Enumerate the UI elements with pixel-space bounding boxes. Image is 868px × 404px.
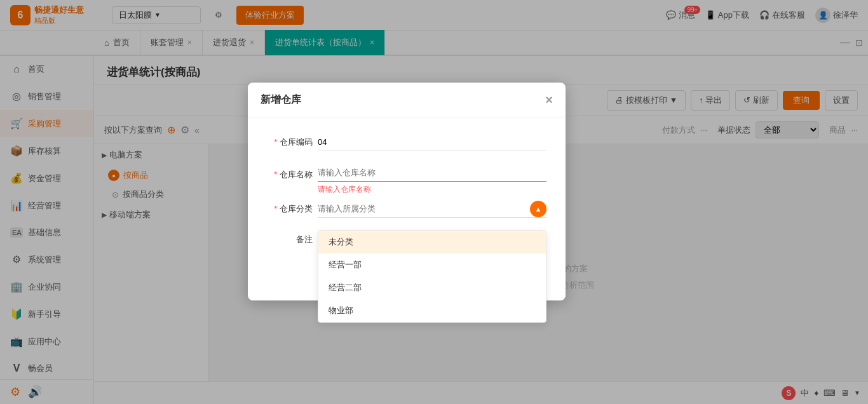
chevron-up-icon: ▲ bbox=[535, 205, 542, 213]
dropdown-item-dept1[interactable]: 经营一部 bbox=[318, 253, 546, 276]
dropdown-item-dept2[interactable]: 经营二部 bbox=[318, 276, 546, 299]
name-label: * 仓库名称 bbox=[267, 164, 318, 180]
category-dropdown: 未分类 经营一部 经营二部 物业部 bbox=[318, 230, 546, 323]
dropdown-item-property[interactable]: 物业部 bbox=[318, 299, 546, 322]
dialog-header: 新增仓库 × bbox=[248, 83, 566, 118]
dropdown-item-uncategorized[interactable]: 未分类 bbox=[318, 231, 546, 253]
code-label: * 仓库编码 bbox=[267, 137, 318, 148]
dialog-title: 新增仓库 bbox=[261, 93, 301, 107]
notes-label: 备注 bbox=[267, 234, 318, 245]
category-required-star: * bbox=[274, 204, 277, 213]
category-field-row: * 仓库分类 ▲ bbox=[267, 200, 546, 218]
category-input[interactable] bbox=[318, 200, 546, 218]
code-required-star: * bbox=[274, 137, 277, 147]
category-toggle-button[interactable]: ▲ bbox=[530, 201, 546, 217]
category-field-wrapper: ▲ bbox=[318, 200, 546, 218]
new-warehouse-dialog: 新增仓库 × * 仓库编码 * 仓库名称 请输入仓库名称 * bbox=[248, 83, 566, 300]
code-input[interactable] bbox=[318, 133, 546, 151]
name-required-star: * bbox=[274, 170, 277, 179]
name-error-message: 请输入仓库名称 bbox=[318, 184, 546, 195]
code-field-row: * 仓库编码 bbox=[267, 133, 546, 151]
name-field-row: * 仓库名称 请输入仓库名称 bbox=[267, 164, 546, 195]
name-field-wrapper: 请输入仓库名称 bbox=[318, 164, 546, 195]
dialog-close-button[interactable]: × bbox=[545, 93, 553, 107]
category-label: * 仓库分类 bbox=[267, 203, 318, 215]
name-input[interactable] bbox=[318, 164, 546, 182]
